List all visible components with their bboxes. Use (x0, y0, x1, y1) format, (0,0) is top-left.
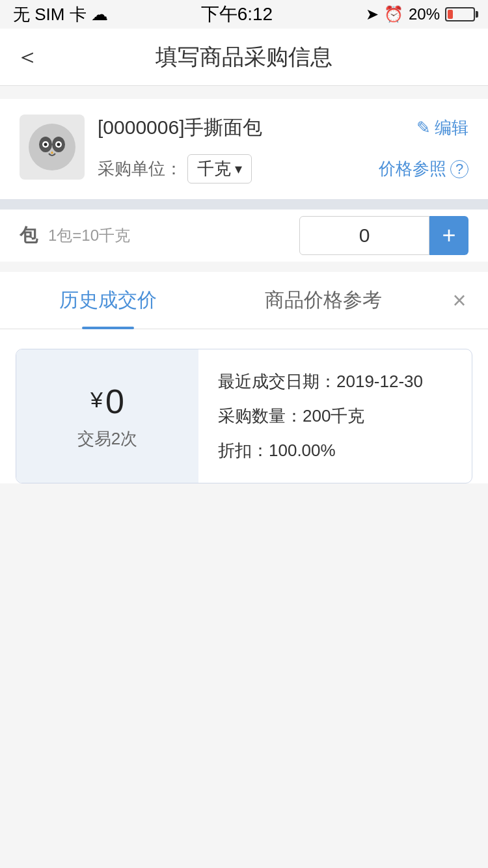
battery-icon (445, 7, 475, 21)
alarm-icon: ⏰ (384, 5, 403, 23)
bottom-space (0, 503, 488, 868)
edit-button[interactable]: ✎ 编辑 (416, 116, 468, 139)
close-icon: × (452, 287, 466, 314)
package-unit-icon: 包 (20, 223, 38, 248)
price-details: 最近成交日期：2019-12-30 采购数量：200千克 折扣：100.00% (198, 349, 472, 483)
battery-percent: 20% (409, 5, 440, 23)
status-right: ➤ ⏰ 20% (366, 5, 475, 23)
transaction-count: 交易2次 (77, 427, 137, 450)
quantity-input[interactable]: 0 (299, 216, 429, 255)
quantity-control: 0 + (299, 216, 468, 255)
price-reference-button[interactable]: 价格参照 ? (379, 157, 468, 180)
status-bar: 无 SIM 卡 ☁ 下午6:12 ➤ ⏰ 20% (0, 0, 488, 29)
quantity-row: 包 1包=10千克 0 + (0, 210, 488, 262)
status-left: 无 SIM 卡 ☁ (13, 3, 108, 26)
currency-symbol: ¥ (90, 387, 103, 413)
dropdown-icon: ▾ (235, 161, 242, 178)
edit-label: 编辑 (435, 116, 468, 139)
unit-info: 包 1包=10千克 (20, 223, 130, 248)
unit-description: 1包=10千克 (48, 225, 130, 246)
location-icon: ➤ (366, 5, 379, 23)
purchase-qty-row: 采购数量：200千克 (218, 403, 452, 429)
product-header-row: [0000006]手撕面包 ✎ 编辑 (98, 115, 468, 141)
quantity-plus-button[interactable]: + (429, 216, 468, 255)
unit-value: 千克 (197, 157, 231, 180)
owl-logo-icon (26, 121, 78, 173)
product-info: [0000006]手撕面包 ✎ 编辑 采购单位： 千克 ▾ 价格参照 ? (98, 115, 468, 183)
discount-value: 100.00% (269, 441, 336, 460)
back-button[interactable]: ＜ (16, 41, 39, 73)
svg-point-5 (44, 143, 47, 146)
price-summary: ¥ 0 交易2次 (16, 349, 198, 483)
qty-label: 采购数量： (218, 406, 303, 426)
price-amount: ¥ 0 (90, 382, 124, 421)
unit-select[interactable]: 千克 ▾ (187, 154, 252, 183)
product-image (20, 115, 85, 180)
product-unit-row: 采购单位： 千克 ▾ 价格参照 ? (98, 154, 468, 183)
tabs-section: 历史成交价 商品价格参考 × ¥ 0 交易2次 最近成交日期：2019-12-3… (0, 272, 488, 483)
section-divider (0, 199, 488, 210)
product-card: [0000006]手撕面包 ✎ 编辑 采购单位： 千克 ▾ 价格参照 ? (0, 99, 488, 199)
tab-product-price[interactable]: 商品价格参考 (215, 272, 431, 329)
tab-history-price[interactable]: 历史成交价 (0, 272, 215, 329)
svg-point-6 (57, 143, 61, 146)
page-header: ＜ 填写商品采购信息 (0, 29, 488, 86)
tab-history-label: 历史成交价 (59, 287, 157, 314)
edit-icon: ✎ (416, 118, 431, 138)
unit-label: 采购单位： (98, 157, 182, 180)
svg-point-0 (29, 124, 75, 170)
page-title: 填写商品采购信息 (156, 42, 332, 72)
tabs-header: 历史成交价 商品价格参考 × (0, 272, 488, 329)
discount-label: 折扣： (218, 441, 269, 460)
help-icon: ? (450, 160, 468, 178)
qty-value: 200千克 (303, 406, 364, 426)
status-time: 下午6:12 (201, 2, 273, 27)
date-label: 最近成交日期： (218, 372, 336, 391)
price-card: ¥ 0 交易2次 最近成交日期：2019-12-30 采购数量：200千克 折扣… (16, 349, 472, 483)
price-value: 0 (105, 382, 124, 421)
product-name: [0000006]手撕面包 (98, 115, 262, 141)
tab-active-indicator (82, 327, 134, 329)
price-ref-label: 价格参照 (379, 157, 446, 180)
close-tabs-button[interactable]: × (431, 272, 488, 329)
date-value: 2019-12-30 (336, 372, 423, 391)
tab-product-label: 商品价格参考 (265, 287, 382, 314)
discount-row: 折扣：100.00% (218, 438, 452, 463)
sim-status: 无 SIM 卡 ☁ (13, 3, 108, 26)
recent-date-row: 最近成交日期：2019-12-30 (218, 369, 452, 394)
